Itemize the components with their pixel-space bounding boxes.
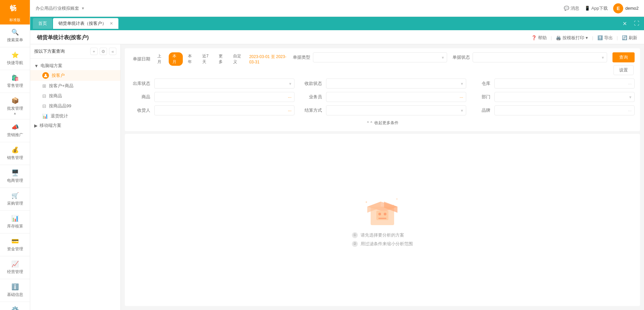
tab-close-window-btn[interactable]: ✕ — [620, 19, 629, 28]
svg-point-2 — [45, 74, 47, 76]
sidebar-item-retail[interactable]: 🛍️ 零售管理 — [0, 70, 30, 93]
sidebar-item-marketing[interactable]: 📣 营销推广 — [0, 119, 30, 142]
sidebar-item-quicknav[interactable]: ⭐ 快捷导航 — [0, 47, 30, 70]
industry-name: 办公用品行业模拟账套 — [36, 5, 79, 11]
help-icon: ❓ — [531, 35, 537, 40]
sidebar-item-basic[interactable]: ℹ️ 基础信息 — [0, 279, 30, 302]
hint-num-2: ② — [352, 241, 358, 247]
receivestatus-chevron — [461, 81, 463, 86]
sidebar-item-operation-label: 经营管理 — [7, 269, 23, 275]
tree-item-by-product99[interactable]: ⊟ 按商品品99 — [30, 101, 120, 111]
date-btn-this-month[interactable]: 本月 — [169, 52, 182, 66]
tab-sales-stat-label: 销货单统计表（按客户） — [58, 20, 106, 27]
sidebar-item-finance[interactable]: 💳 资金管理 — [0, 234, 30, 256]
settings-btn[interactable]: 设置 — [613, 65, 634, 75]
industry-dropdown-icon[interactable]: ▾ — [82, 6, 84, 11]
user-area[interactable]: E demo2 — [613, 3, 639, 13]
date-btn-custom[interactable]: 自定义 — [230, 52, 246, 66]
tree-item-by-customer-product[interactable]: ⊞ 按客户+商品 — [30, 81, 120, 91]
tab-expand-btn[interactable]: ⛶ — [632, 19, 641, 28]
product-select[interactable]: ··· — [154, 92, 294, 102]
operation-icon: 📈 — [11, 260, 19, 268]
receivestatus-label: 收款状态 — [299, 81, 322, 87]
help-btn[interactable]: ❓ 帮助 — [531, 35, 547, 41]
page-actions: ❓ 帮助 | 🖨️ 按模板打印 ▾ | ⬆️ 导出 | 🔄 刷新 — [531, 35, 637, 41]
receivestatus-select[interactable] — [326, 79, 466, 89]
product-ellipsis[interactable]: ··· — [288, 95, 291, 100]
settings-scheme-btn[interactable]: ⚙ — [100, 48, 107, 55]
dept-select[interactable] — [494, 92, 635, 102]
salesperson-select[interactable]: ··· — [326, 92, 466, 102]
docstatus-select[interactable] — [473, 52, 607, 62]
docstatus-chevron — [602, 55, 604, 60]
filter-row-4: 收货人 ··· 结算方式 品牌 ··· — [130, 105, 635, 115]
sidebar-item-system[interactable]: ⚙️ 系统管理 — [0, 302, 30, 310]
print-btn[interactable]: 🖨️ 按模板打印 ▾ — [556, 35, 588, 41]
scheme-tree: ▼ 电脑端方案 按客户 ⊞ 按客户+商品 — [30, 59, 120, 310]
tree-category-label-mobile: 移动端方案 — [40, 122, 61, 128]
sidebar-item-retail-label: 零售管理 — [7, 83, 23, 89]
message-label: 消息 — [571, 5, 579, 11]
tab-sales-stat[interactable]: 销货单统计表（按客户） ✕ — [53, 18, 118, 29]
docstatus-label: 单据状态 — [450, 54, 470, 60]
sidebar-item-marketing-label: 营销推广 — [7, 132, 23, 138]
empty-hint-1-text: 请先选择要分析的方案 — [361, 232, 404, 238]
warehouse-ellipsis[interactable]: ··· — [628, 81, 632, 86]
wholesale-icon: 📦 — [11, 97, 19, 104]
tree-item-by-product-label: 按商品 — [49, 93, 62, 99]
main-wrapper: 办公用品行业模拟账套 ▾ 💬 消息 📱 App下载 E demo2 首页 — [30, 0, 644, 310]
product-label: 商品 — [130, 94, 150, 100]
tab-home[interactable]: 首页 — [33, 18, 52, 29]
product-icon: ⊟ — [42, 93, 46, 99]
hint-num-1: ① — [352, 232, 358, 238]
sidebar-item-sales[interactable]: 💰 销售管理 — [0, 142, 30, 165]
payment-chevron — [461, 108, 463, 113]
sidebar-item-wholesale[interactable]: 📦 批发管理 ▲ — [0, 93, 30, 119]
tree-item-by-product99-label: 按商品品99 — [49, 103, 71, 109]
sidebar-item-inventory[interactable]: 📊 库存核算 — [0, 211, 30, 234]
date-btn-more[interactable]: 更多 — [216, 52, 228, 66]
tree-category-desktop[interactable]: ▼ 电脑端方案 — [30, 61, 120, 70]
sidebar-item-operation[interactable]: 📈 经营管理 — [0, 256, 30, 279]
app-download-btn[interactable]: 📱 App下载 — [585, 5, 608, 11]
date-btn-last-month[interactable]: 上月 — [154, 52, 167, 66]
collapse-bar[interactable]: ⌃⌃ 收起更多条件 — [130, 119, 635, 127]
salesperson-ellipsis[interactable]: ··· — [460, 95, 463, 100]
dept-chevron — [629, 95, 632, 100]
refresh-icon: 🔄 — [622, 35, 627, 40]
outstatus-select[interactable] — [154, 79, 294, 89]
brand-ellipsis[interactable]: ··· — [628, 108, 632, 113]
export-btn[interactable]: ⬆️ 导出 — [597, 35, 613, 41]
tree-item-return-stat[interactable]: 📊 退货统计 — [30, 111, 120, 121]
tab-home-label: 首页 — [38, 20, 47, 27]
date-btn-this-year[interactable]: 本年 — [185, 52, 197, 66]
tree-category-mobile[interactable]: ▶ 移动端方案 — [30, 121, 120, 130]
message-btn[interactable]: 💬 消息 — [564, 5, 579, 11]
warehouse-select[interactable]: ··· — [494, 79, 635, 89]
brand-label: 品牌 — [470, 107, 490, 113]
query-btn[interactable]: 查询 — [612, 52, 635, 62]
add-scheme-btn[interactable]: + — [90, 48, 98, 55]
consignee-ellipsis[interactable]: ··· — [288, 108, 291, 113]
sidebar-item-purchase[interactable]: 🛒 采购管理 — [0, 188, 30, 211]
outstatus-label: 出库状态 — [130, 81, 150, 87]
consignee-select[interactable]: ··· — [154, 105, 294, 115]
brand-select[interactable]: ··· — [494, 105, 635, 115]
refresh-btn[interactable]: 🔄 刷新 — [622, 35, 637, 41]
sidebar-item-search[interactable]: 🔍 搜索菜单 — [0, 24, 30, 47]
page-content: 销货单统计表(按客户) ❓ 帮助 | 🖨️ 按模板打印 ▾ | ⬆️ 导出 | — [30, 30, 644, 310]
retail-icon: 🛍️ — [11, 74, 19, 82]
date-btn-7days[interactable]: 近7天 — [199, 52, 214, 66]
payment-select[interactable] — [326, 105, 466, 115]
collapse-scheme-btn[interactable]: « — [109, 48, 116, 55]
tree-item-by-product[interactable]: ⊟ 按商品 — [30, 91, 120, 101]
tab-close-icon[interactable]: ✕ — [110, 21, 113, 26]
sidebar: 畅 标准版 🔍 搜索菜单 ⭐ 快捷导航 🛍️ 零售管理 📦 批发管理 ▲ 📣 营… — [0, 0, 30, 310]
sidebar-item-ecommerce[interactable]: 🖥️ 电商管理 — [0, 165, 30, 188]
doctype-select[interactable] — [313, 52, 447, 62]
svg-point-11 — [378, 213, 381, 215]
return-stat-icon: 📊 — [42, 113, 48, 119]
tree-category-label-desktop: 电脑端方案 — [41, 63, 62, 69]
tree-item-by-customer[interactable]: 按客户 — [30, 70, 120, 81]
print-icon: 🖨️ — [556, 35, 561, 40]
